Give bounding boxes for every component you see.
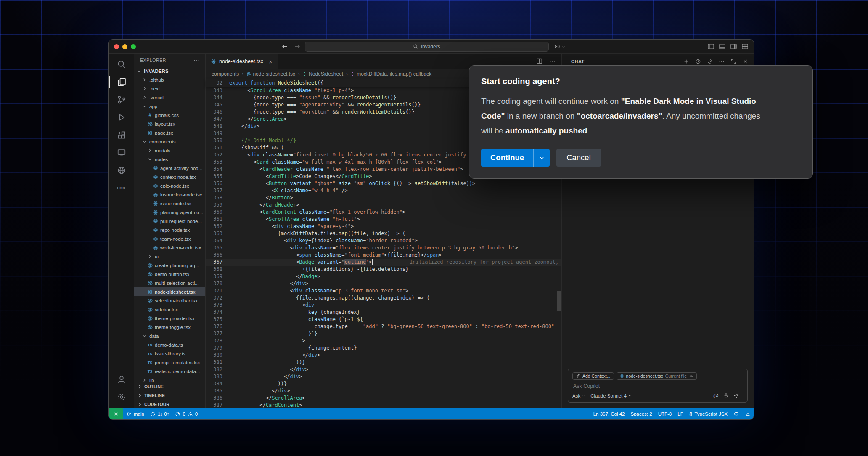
- code-line-357[interactable]: 357 <X className="w-4 h-4" />: [206, 187, 561, 194]
- code-line-370[interactable]: 370 </div>: [206, 280, 561, 287]
- tree-item-theme-provider-tsx[interactable]: theme-provider.tsx: [134, 314, 205, 323]
- navigate-forward-icon[interactable]: [293, 42, 302, 51]
- activitybar-extensions[interactable]: [112, 126, 131, 144]
- tree-item-context-node-tsx[interactable]: context-node.tsx: [134, 172, 205, 181]
- chat-input-box[interactable]: Add Context... node-sidesheet.tsx Curren…: [568, 369, 748, 403]
- sync-status[interactable]: 1↓ 0↑: [147, 408, 172, 419]
- tree-item-agent-activity-nod[interactable]: agent-activity-nod...: [134, 164, 205, 172]
- chat-settings-gear-icon[interactable]: [706, 57, 714, 66]
- breadcrumb-symbol-callback[interactable]: mockDiffData.files.map() callback: [351, 71, 431, 77]
- tree-item-prompt-templates-tsx[interactable]: TSprompt-templates.tsx: [134, 358, 205, 367]
- code-line-359[interactable]: 359 </CardHeader>: [206, 201, 561, 209]
- code-line-366[interactable]: 366 <span className="font-medium">{file.…: [206, 252, 561, 259]
- chat-more-icon[interactable]: [717, 57, 726, 66]
- remote-indicator[interactable]: [109, 408, 123, 419]
- code-line-379[interactable]: 379 {change.content}: [206, 345, 561, 352]
- chat-maximize-icon[interactable]: [729, 57, 738, 66]
- code-line-363[interactable]: 363 {mockDiffData.files.map((file, index…: [206, 230, 561, 237]
- minimize-window-button[interactable]: [122, 44, 127, 49]
- code-line-358[interactable]: 358 </Button>: [206, 194, 561, 201]
- chat-input-placeholder[interactable]: Ask Copilot: [572, 383, 743, 390]
- activitybar-ports[interactable]: [112, 162, 131, 179]
- continue-options-chevron[interactable]: [534, 149, 550, 167]
- close-window-button[interactable]: [114, 44, 119, 49]
- mention-icon[interactable]: @: [713, 392, 719, 399]
- add-context-button[interactable]: Add Context...: [572, 372, 614, 380]
- code-line-361[interactable]: 361 <ScrollArea className="h-full">: [206, 216, 561, 223]
- outline-section[interactable]: OUTLINE: [134, 382, 205, 391]
- activitybar-remote-explorer[interactable]: [112, 144, 131, 162]
- code-line-360[interactable]: 360 <CardContent className="flex-1 overf…: [206, 209, 561, 216]
- maximize-window-button[interactable]: [131, 44, 136, 49]
- code-line-375[interactable]: 375 className={`p-1 ${: [206, 316, 561, 323]
- code-line-377[interactable]: 377 }`}: [206, 330, 561, 337]
- toggle-secondary-sidebar-icon[interactable]: [730, 43, 737, 50]
- tree-item-page-tsx[interactable]: page.tsx: [134, 128, 205, 137]
- code-line-380[interactable]: 380 </div>: [206, 352, 561, 359]
- eye-icon[interactable]: [689, 374, 693, 379]
- close-tab-icon[interactable]: ×: [269, 58, 273, 65]
- tree-item-node-sidesheet-tsx[interactable]: node-sidesheet.tsx: [134, 287, 205, 296]
- tree-item-repo-node-tsx[interactable]: repo-node.tsx: [134, 225, 205, 234]
- tree-item-multi-selection-acti[interactable]: multi-selection-acti...: [134, 278, 205, 287]
- navigate-back-icon[interactable]: [281, 42, 289, 51]
- activitybar-run-debug[interactable]: [112, 109, 131, 126]
- code-line-378[interactable]: 378 >: [206, 337, 561, 345]
- toggle-primary-sidebar-icon[interactable]: [707, 43, 715, 50]
- tree-item-next[interactable]: .next: [134, 84, 205, 93]
- tab-node-sidesheet[interactable]: node-sidesheet.tsx ×: [206, 54, 278, 69]
- code-line-385[interactable]: 385 </div>: [206, 387, 561, 395]
- notifications[interactable]: [742, 408, 754, 419]
- code-line-367[interactable]: 367 <Badge variant="outline">Initialized…: [206, 259, 561, 266]
- code-line-372[interactable]: 372 {file.changes.map((change, changeInd…: [206, 294, 561, 302]
- tree-item-issue-node-tsx[interactable]: issue-node.tsx: [134, 199, 205, 208]
- chat-close-icon[interactable]: [741, 57, 749, 66]
- activitybar-accounts[interactable]: [112, 371, 131, 388]
- send-icon[interactable]: [733, 393, 743, 398]
- command-center-search[interactable]: invaders: [305, 42, 549, 52]
- problems-status[interactable]: 0 0: [172, 408, 201, 419]
- new-chat-icon[interactable]: [682, 57, 691, 66]
- activitybar-log-extension[interactable]: LOG: [112, 179, 131, 197]
- tree-item-team-node-tsx[interactable]: team-node.tsx: [134, 234, 205, 243]
- tree-item-invaders[interactable]: INVADERS: [134, 66, 205, 75]
- tree-item-create-planning-ag[interactable]: create-planning-ag...: [134, 261, 205, 270]
- encoding-status[interactable]: UTF-8: [655, 408, 675, 419]
- chat-mode-picker[interactable]: Ask: [572, 393, 585, 398]
- split-editor-icon[interactable]: [536, 58, 542, 64]
- eol-status[interactable]: LF: [675, 408, 686, 419]
- tree-item-vercel[interactable]: .vercel: [134, 93, 205, 102]
- tree-item-github[interactable]: .github: [134, 75, 205, 84]
- code-line-384[interactable]: 384 ))}: [206, 380, 561, 387]
- tree-item-epic-node-tsx[interactable]: epic-node.tsx: [134, 181, 205, 190]
- tree-item-data[interactable]: data: [134, 331, 205, 340]
- chat-history-icon[interactable]: [694, 57, 702, 66]
- tree-item-demo-button-tsx[interactable]: demo-button.tsx: [134, 270, 205, 278]
- tree-item-nodes[interactable]: nodes: [134, 155, 205, 164]
- toggle-panel-icon[interactable]: [719, 43, 726, 50]
- tree-item-realistic-demo-data[interactable]: TSrealistic-demo-data...: [134, 367, 205, 376]
- codetour-section[interactable]: CODETOUR: [134, 400, 205, 408]
- copilot-menu-button[interactable]: [554, 43, 566, 50]
- model-picker[interactable]: Claude Sonnet 4: [590, 393, 632, 398]
- tree-item-layout-tsx[interactable]: layout.tsx: [134, 119, 205, 128]
- explorer-more-actions-icon[interactable]: [193, 57, 199, 63]
- code-line-364[interactable]: 364 <div key={index} className="border r…: [206, 237, 561, 244]
- code-line-374[interactable]: 374 key={changeIndex}: [206, 309, 561, 316]
- tree-item-selection-toolbar-tsx[interactable]: selection-toolbar.tsx: [134, 296, 205, 305]
- code-line-362[interactable]: 362 <div className="space-y-4">: [206, 223, 561, 230]
- activitybar-explorer[interactable]: [112, 73, 131, 91]
- code-line-376[interactable]: 376 change.type === "add" ? "bg-green-50…: [206, 323, 561, 330]
- tree-item-planning-agent-no[interactable]: planning-agent-no...: [134, 208, 205, 217]
- language-mode[interactable]: {} TypeScript JSX: [686, 408, 730, 419]
- breadcrumb-file[interactable]: node-sidesheet.tsx: [246, 71, 295, 77]
- activitybar-settings[interactable]: [112, 388, 131, 406]
- tree-item-app[interactable]: app: [134, 102, 205, 111]
- cursor-position[interactable]: Ln 367, Col 42: [590, 408, 628, 419]
- tree-item-theme-toggle-tsx[interactable]: theme-toggle.tsx: [134, 323, 205, 331]
- code-line-386[interactable]: 386 </ScrollArea>: [206, 395, 561, 402]
- code-line-371[interactable]: 371 <div className="p-3 font-mono text-s…: [206, 287, 561, 294]
- code-line-369[interactable]: 369 </Badge>: [206, 273, 561, 280]
- tree-item-modals[interactable]: modals: [134, 146, 205, 155]
- tree-item-demo-data-ts[interactable]: TSdemo-data.ts: [134, 340, 205, 349]
